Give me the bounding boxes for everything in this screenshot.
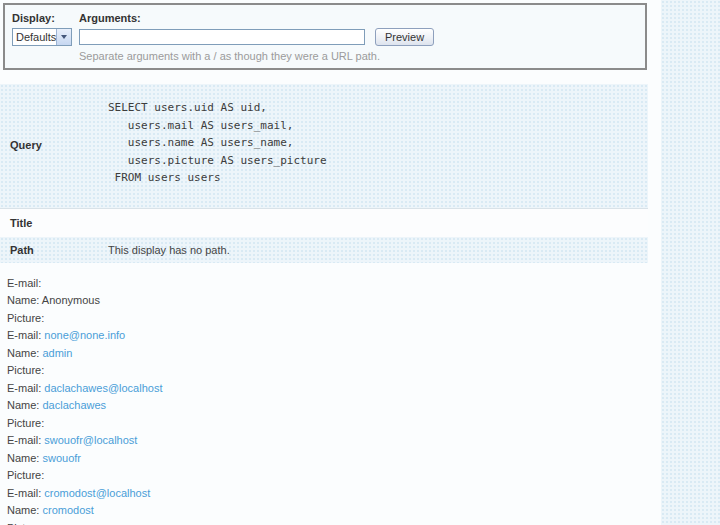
chevron-down-icon[interactable] — [56, 29, 71, 45]
result-field-name: Name: admin — [7, 345, 648, 363]
user-name-link[interactable]: daclachawes — [42, 399, 106, 411]
user-email-link[interactable]: none@none.info — [44, 329, 125, 341]
display-select-value: Defaults — [13, 31, 56, 43]
path-label: Path — [0, 243, 108, 258]
user-name-link[interactable]: cromodost — [42, 504, 93, 516]
preview-controls-fieldset: Display: Defaults Arguments: Preview Sep… — [3, 3, 647, 70]
user-email-link[interactable]: cromodost@localhost — [44, 487, 150, 499]
result-field-name: Name: cromodost — [7, 502, 648, 520]
preview-button[interactable]: Preview — [375, 28, 434, 46]
query-label: Query — [0, 138, 108, 153]
result-field-email: E-mail: swouofr@localhost — [7, 432, 648, 450]
arguments-input[interactable] — [79, 29, 365, 45]
title-row: Title — [0, 208, 648, 237]
user-name-link[interactable]: admin — [42, 347, 72, 359]
user-email-link[interactable]: swouofr@localhost — [44, 434, 137, 446]
title-label: Title — [0, 216, 108, 231]
arguments-label: Arguments: — [79, 10, 637, 26]
result-field-email: E-mail: — [7, 275, 648, 293]
result-field-picture: Picture: — [7, 520, 648, 525]
arguments-help-text: Separate arguments with a / as though th… — [79, 49, 637, 63]
path-value: This display has no path. — [108, 243, 230, 258]
user-name-link[interactable]: swouofr — [42, 452, 81, 464]
result-field-email: E-mail: cromodost@localhost — [7, 485, 648, 503]
views-preview-pane: Display: Defaults Arguments: Preview Sep… — [0, 0, 648, 525]
display-select[interactable]: Defaults — [12, 28, 72, 46]
query-row: Query SELECT users.uid AS uid, users.mai… — [0, 84, 648, 208]
display-label: Display: — [12, 10, 79, 26]
page-background-strip — [661, 0, 720, 525]
preview-meta-table: Query SELECT users.uid AS uid, users.mai… — [0, 84, 648, 263]
result-field-picture: Picture: — [7, 415, 648, 433]
user-email-link[interactable]: daclachawes@localhost — [44, 382, 162, 394]
result-field-picture: Picture: — [7, 310, 648, 328]
result-field-name: Name: swouofr — [7, 450, 648, 468]
result-field-email: E-mail: none@none.info — [7, 327, 648, 345]
result-field-email: E-mail: daclachawes@localhost — [7, 380, 648, 398]
result-field-name: Name: daclachawes — [7, 397, 648, 415]
result-field-name: Name: Anonymous — [7, 292, 648, 310]
result-field-picture: Picture: — [7, 467, 648, 485]
path-row: Path This display has no path. — [0, 237, 648, 263]
query-sql: SELECT users.uid AS uid, users.mail AS u… — [108, 84, 327, 208]
result-field-picture: Picture: — [7, 362, 648, 380]
preview-results-list: E-mail: Name: Anonymous Picture: E-mail:… — [7, 275, 648, 525]
user-name-text: Anonymous — [42, 294, 100, 306]
